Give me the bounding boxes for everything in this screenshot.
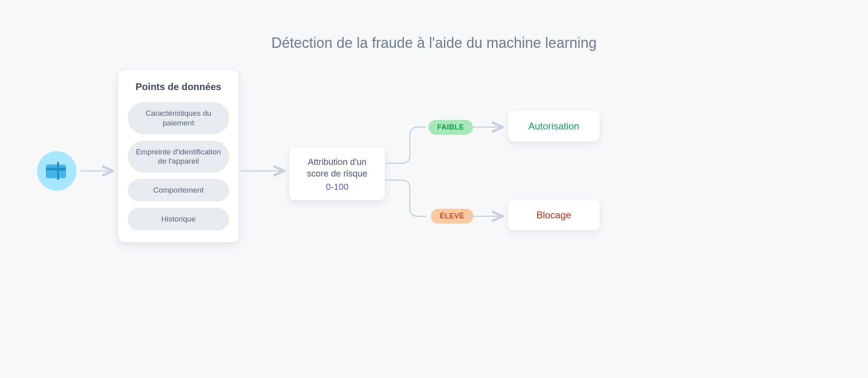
svg-rect-2 (57, 162, 59, 180)
connector-line (386, 127, 426, 163)
risk-score-card: Attribution d'un score de risque 0-100 (289, 148, 385, 200)
outcome-authorize: Autorisation (508, 111, 600, 142)
datapoint-pill: Empreinte d'identification de l'appareil (128, 141, 229, 173)
datapoint-pill: Historique (128, 208, 229, 230)
high-badge: ÉLEVÉ (431, 209, 473, 224)
risk-score-label: Attribution d'un score de risque (297, 156, 378, 179)
outcome-block: Blocage (508, 200, 600, 230)
datapoint-pill: Caractéristiques du paiement (128, 102, 229, 134)
low-badge: FAIBLE (428, 120, 473, 135)
risk-score-range: 0-100 (297, 182, 378, 192)
credit-card-icon (45, 162, 68, 180)
connector-line (386, 180, 426, 216)
svg-rect-1 (46, 168, 66, 171)
datapoints-heading: Points de données (128, 81, 229, 92)
payment-icon (37, 151, 76, 191)
svg-rect-0 (46, 164, 66, 178)
diagram-title: Détection de la fraude à l'aide du machi… (0, 35, 868, 51)
datapoints-card: Points de données Caractéristiques du pa… (118, 70, 239, 242)
datapoint-pill: Comportement (128, 179, 229, 201)
